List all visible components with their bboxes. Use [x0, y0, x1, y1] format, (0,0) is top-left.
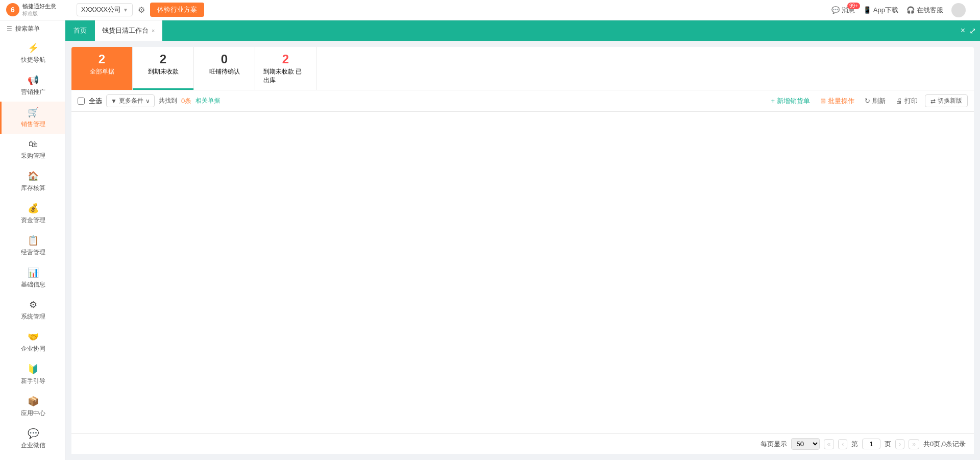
content-area: 首页 钱货日清工作台 × × ⤢ 2 全部单据 2 — [65, 20, 980, 460]
filter-icon: ▼ — [111, 98, 117, 105]
company-selector[interactable]: XXXXXX公司 ▼ — [77, 3, 133, 16]
sidebar-item-label: 采购管理 — [21, 152, 45, 160]
app-name: 畅捷通好生意 — [22, 3, 56, 10]
last-page-btn[interactable]: » — [909, 439, 919, 449]
sidebar-item-quick-nav[interactable]: ⚡ 快捷导航 — [0, 37, 65, 69]
sidebar-item-finance[interactable]: 💰 资金管理 — [0, 198, 65, 230]
pagination-bar: 每页显示 50 10 20 100 « ‹ 第 页 › » 共0页,0条记录 — [71, 433, 974, 454]
switch-new-version-btn[interactable]: ⇄ 切换新版 — [925, 94, 968, 107]
stat-label-all: 全部单据 — [90, 67, 114, 76]
stat-num-pending: 0 — [221, 52, 228, 66]
operations-icon: 📋 — [28, 235, 39, 246]
search-menu-label: 搜索菜单 — [15, 25, 40, 33]
filter-arrow-icon: ∨ — [145, 98, 150, 105]
add-btn[interactable]: + 新增销货单 — [768, 95, 813, 107]
stat-tab-overdue-out[interactable]: 2 到期未收款 已出库 — [255, 47, 316, 90]
sidebar-item-operations[interactable]: 📋 经营管理 — [0, 230, 65, 262]
prev-page-btn[interactable]: ‹ — [838, 439, 847, 449]
home-tab-label: 首页 — [74, 26, 87, 35]
purchase-icon: 🛍 — [29, 139, 38, 150]
search-menu-item[interactable]: ☰ 搜索菜单 — [0, 20, 65, 37]
logo-area: 6 畅捷通好生意 标准版 — [6, 3, 71, 17]
next-page-btn[interactable]: › — [895, 439, 904, 449]
toolbar: 全选 ▼ 更多条件 ∨ 共找到 0条 相关单据 + 新增销货单 — [71, 90, 974, 112]
per-page-select[interactable]: 50 10 20 100 — [791, 438, 820, 450]
related-text[interactable]: 相关单据 — [195, 96, 220, 105]
stat-label-overdue: 到期未收款 — [148, 67, 179, 76]
print-label: 打印 — [904, 96, 918, 106]
tab-bar-actions: × ⤢ — [957, 26, 980, 36]
sidebar-item-label: 快捷导航 — [21, 56, 45, 64]
refresh-btn[interactable]: ↻ 刷新 — [862, 95, 889, 107]
toolbar-left: 全选 ▼ 更多条件 ∨ 共找到 0条 相关单据 — [78, 94, 764, 107]
trial-button[interactable]: 体验行业方案 — [150, 3, 204, 17]
enterprise-icon: 🤝 — [28, 331, 39, 343]
app-tag: 标准版 — [22, 10, 56, 17]
sidebar-item-inventory[interactable]: 🏠 库存核算 — [0, 165, 65, 198]
table-area — [71, 112, 974, 433]
sidebar-item-label: 库存核算 — [21, 184, 45, 192]
tab-bar: 首页 钱货日清工作台 × × ⤢ — [65, 20, 980, 41]
sidebar-item-label: 应用中心 — [21, 409, 45, 418]
tab-home[interactable]: 首页 — [65, 20, 95, 41]
sidebar-item-sales[interactable]: 🛒 销售管理 — [0, 102, 65, 134]
stat-label-overdue-out: 到期未收款 已出库 — [263, 67, 308, 85]
sidebar-item-enterprise[interactable]: 🤝 企业协同 — [0, 326, 65, 358]
sidebar-item-label: 企业微信 — [21, 441, 45, 450]
stat-tab-all[interactable]: 2 全部单据 — [71, 47, 133, 90]
marketing-icon: 📢 — [28, 75, 39, 86]
avatar[interactable] — [951, 3, 966, 17]
online-service-btn[interactable]: 🎧 在线客服 — [906, 6, 943, 15]
sidebar-item-member[interactable]: ♛ 畅会员 — [0, 455, 65, 460]
refresh-icon: ↻ — [865, 97, 870, 105]
app-download-label: App下载 — [873, 6, 898, 15]
expand-tab-button[interactable]: ⤢ — [969, 26, 976, 36]
add-icon: + — [771, 97, 775, 105]
tab-close-icon[interactable]: × — [152, 28, 155, 34]
page-suffix: 页 — [885, 440, 891, 449]
stat-tab-pending[interactable]: 0 旺铺待确认 — [194, 47, 255, 90]
sidebar-item-marketing[interactable]: 📢 营销推广 — [0, 69, 65, 102]
filter-label: 更多条件 — [119, 96, 143, 105]
tab-label: 钱货日清工作台 — [102, 26, 149, 35]
sidebar-item-basic-info[interactable]: 📊 基础信息 — [0, 262, 65, 294]
sidebar-item-system[interactable]: ⚙ 系统管理 — [0, 294, 65, 326]
sidebar-item-label: 营销推广 — [21, 88, 45, 96]
tab-qhrc[interactable]: 钱货日清工作台 × — [95, 20, 162, 41]
system-icon: ⚙ — [29, 299, 37, 310]
message-btn[interactable]: 💬 消息 99+ — [831, 6, 855, 15]
filter-button[interactable]: ▼ 更多条件 ∨ — [106, 94, 155, 107]
select-all-checkbox[interactable] — [78, 98, 85, 105]
online-service-label: 在线客服 — [917, 6, 943, 15]
stat-num-overdue: 2 — [160, 52, 166, 66]
print-icon: 🖨 — [896, 97, 902, 105]
switch-icon: ⇄ — [930, 98, 936, 105]
print-btn[interactable]: 🖨 打印 — [893, 95, 921, 107]
sidebar-item-label: 企业协同 — [21, 345, 45, 353]
batch-icon: ⊞ — [820, 97, 826, 105]
stat-tab-overdue[interactable]: 2 到期未收款 — [133, 47, 194, 90]
sidebar-item-app-center[interactable]: 📦 应用中心 — [0, 391, 65, 423]
select-all-label: 全选 — [89, 96, 102, 106]
close-tab-button[interactable]: × — [961, 26, 965, 35]
sidebar-item-wechat[interactable]: 💬 企业微信 — [0, 423, 65, 455]
stat-num-all: 2 — [99, 52, 105, 66]
batch-btn[interactable]: ⊞ 批量操作 — [817, 95, 857, 107]
found-num: 0条 — [181, 96, 191, 106]
settings-icon[interactable]: ⚙ — [138, 5, 145, 15]
main-layout: ☰ 搜索菜单 ⚡ 快捷导航 📢 营销推广 🛒 销售管理 🛍 采购管理 🏠 库存核… — [0, 20, 980, 460]
logo-icon: 6 — [6, 3, 19, 16]
headset-icon: 🎧 — [906, 6, 915, 14]
batch-label: 批量操作 — [828, 96, 854, 106]
sidebar-item-label: 基础信息 — [21, 280, 45, 289]
toolbar-right: + 新增销货单 ⊞ 批量操作 ↻ 刷新 🖨 打印 — [768, 94, 968, 107]
stats-tabs: 2 全部单据 2 到期未收款 0 旺铺待确认 2 到期未收款 已出库 — [71, 47, 974, 90]
topbar-right: 💬 消息 99+ 📱 App下载 🎧 在线客服 — [831, 3, 974, 17]
sidebar-item-guide[interactable]: 🔰 新手引导 — [0, 358, 65, 391]
first-page-btn[interactable]: « — [824, 439, 835, 449]
sidebar-item-purchase[interactable]: 🛍 采购管理 — [0, 134, 65, 165]
stat-num-overdue-out: 2 — [282, 52, 289, 66]
current-page-input[interactable] — [862, 439, 880, 449]
refresh-label: 刷新 — [872, 96, 886, 106]
app-download-btn[interactable]: 📱 App下载 — [863, 6, 898, 15]
